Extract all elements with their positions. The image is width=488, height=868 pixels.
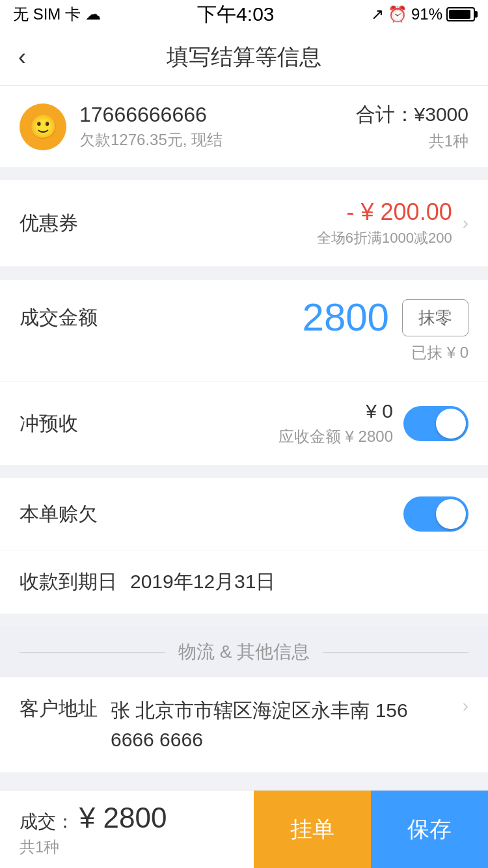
customer-card: 🙂 17666666666 欠款1276.35元, 现结 合计：¥3000 共1… [0, 86, 488, 167]
logistics-label: 物流 & 其他信息 [178, 640, 310, 664]
page-title: 填写结算等信息 [167, 42, 321, 72]
chevron-right-icon: › [463, 213, 468, 234]
toggle-knob [436, 409, 466, 439]
total-count: 共1种 [356, 131, 468, 152]
address-section[interactable]: 客户地址 张 北京市市辖区海淀区永丰南 156 6666 6666 › [0, 677, 488, 772]
section-divider-1 [0, 267, 488, 280]
content-area: 🙂 17666666666 欠款1276.35元, 现结 合计：¥3000 共1… [0, 86, 488, 868]
prepay-toggle[interactable] [403, 406, 468, 441]
bottom-deal-label: 成交： [20, 811, 74, 832]
avatar: 🙂 [20, 103, 66, 150]
prepay-label: 冲预收 [20, 411, 78, 437]
location-arrow-icon: ↗ [371, 5, 384, 23]
customer-phone: 17666666666 [79, 103, 223, 127]
coupon-label: 优惠券 [20, 210, 78, 237]
coupon-row[interactable]: 优惠券 - ¥ 200.00 全场6折满1000减200 › [0, 180, 488, 267]
bottom-deal-amount: ¥ 2800 [79, 802, 167, 834]
battery-percent: 91% [411, 5, 442, 23]
save-button[interactable]: 保存 [371, 791, 488, 869]
nav-bar: ‹ 填写结算等信息 [0, 29, 488, 86]
prepay-desc: 应收金额 ¥ 2800 [278, 426, 393, 447]
deal-label: 成交金额 [20, 305, 98, 331]
coupon-amount: - ¥ 200.00 [317, 198, 452, 226]
address-label: 客户地址 [20, 696, 98, 722]
due-date-value: 2019年12月31日 [130, 569, 275, 595]
divider-line-left [20, 652, 165, 653]
debt-toggle[interactable] [403, 496, 468, 532]
clock-icon: ⏰ [388, 5, 407, 23]
address-chevron-icon: › [463, 696, 468, 716]
status-bar: 无 SIM 卡 ☁ 下午4:03 ↗ ⏰ 91% [0, 0, 488, 29]
prepay-amount: ¥ 0 [278, 400, 393, 422]
address-value: 张 北京市市辖区海淀区永丰南 156 6666 6666 [111, 696, 456, 754]
due-date-section: 收款到期日 2019年12月31日 [0, 550, 488, 614]
deal-amount: 2800 [303, 298, 389, 337]
section-divider-2 [0, 465, 488, 478]
pending-button[interactable]: 挂单 [254, 791, 371, 869]
debt-section: 本单赊欠 [0, 478, 488, 550]
status-right: ↗ ⏰ 91% [371, 5, 475, 23]
debt-toggle-knob [436, 499, 466, 529]
due-date-label: 收款到期日 [20, 569, 117, 595]
deal-section: 成交金额 2800 抹零 已抹 ¥ 0 [0, 280, 488, 381]
customer-debt: 欠款1276.35元, 现结 [79, 129, 223, 150]
debt-label: 本单赊欠 [20, 501, 98, 528]
deal-sub-text: 已抹 ¥ 0 [20, 342, 468, 363]
bottom-bar: 成交： ¥ 2800 共1种 挂单 保存 [0, 790, 488, 868]
status-time: 下午4:03 [197, 1, 274, 28]
avatar-icon: 🙂 [29, 113, 58, 141]
battery-icon [446, 7, 475, 21]
coupon-desc: 全场6折满1000减200 [317, 228, 452, 248]
bottom-count: 共1种 [20, 837, 234, 858]
section-divider-3 [0, 614, 488, 627]
round-button[interactable]: 抹零 [402, 299, 468, 336]
total-amount: 合计：¥3000 [356, 102, 468, 128]
sim-wifi-label: 无 SIM 卡 ☁ [13, 4, 101, 25]
logistics-header: 物流 & 其他信息 [0, 627, 488, 677]
divider-line-right [323, 652, 468, 653]
back-button[interactable]: ‹ [18, 44, 26, 71]
prepay-section: 冲预收 ¥ 0 应收金额 ¥ 2800 [0, 381, 488, 465]
status-left: 无 SIM 卡 ☁ [13, 4, 101, 25]
